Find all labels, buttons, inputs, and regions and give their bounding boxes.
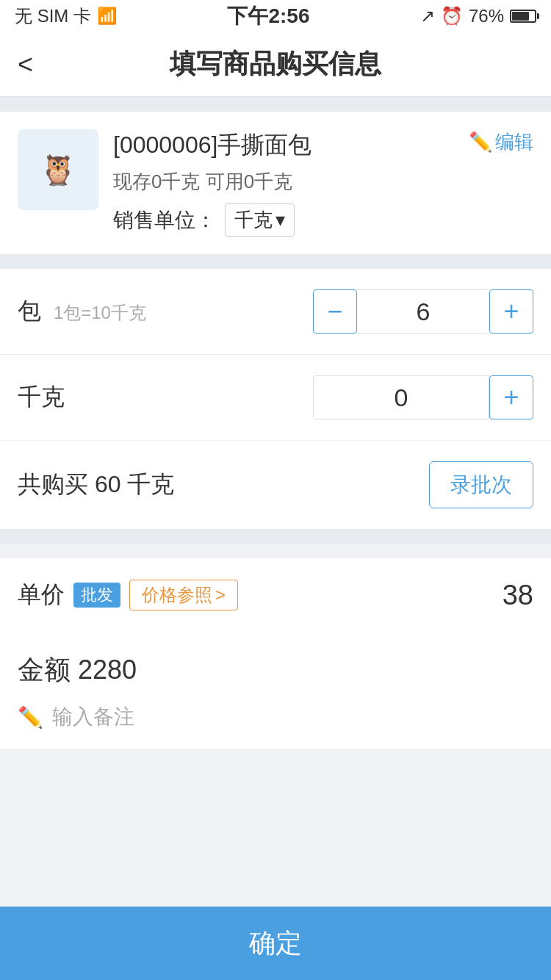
page-title: 填写商品购买信息 (170, 46, 381, 82)
form-section: 包 1包=10千克 − + 千克 + (0, 269, 551, 441)
edit-label: 编辑 (495, 129, 533, 155)
footer-spacer (0, 749, 551, 837)
back-button[interactable]: < (18, 49, 33, 80)
price-reference-button[interactable]: 价格参照 > (129, 580, 238, 610)
amount-value: 2280 (78, 655, 137, 685)
price-ref-arrow-icon: > (215, 585, 226, 605)
price-ref-label: 价格参照 (142, 583, 212, 607)
mid-divider-1 (0, 254, 551, 269)
price-label: 单价 (18, 579, 65, 611)
price-left: 单价 批发 价格参照 > (18, 579, 238, 611)
bag-quantity-control: − + (313, 289, 533, 334)
product-name: [0000006]手撕面包 (113, 129, 311, 162)
form-row-kg: 千克 + (0, 355, 551, 441)
batch-button[interactable]: 录批次 (429, 461, 533, 508)
status-time: 下午2:56 (227, 2, 309, 30)
confirm-button[interactable]: 确定 (249, 926, 302, 962)
product-stock: 现存0千克 可用0千克 (113, 169, 533, 195)
note-icon: ✏️ (18, 705, 43, 729)
status-right: ↗ ⏰ 76% (420, 6, 536, 26)
price-batch-tag: 批发 (73, 583, 120, 608)
price-section: 单价 批发 价格参照 > 38 (0, 558, 551, 632)
product-top-row: [0000006]手撕面包 ✏️ 编辑 (113, 129, 533, 169)
alarm-icon: ⏰ (441, 6, 463, 26)
wifi-icon: 📶 (97, 7, 117, 26)
amount-section: 金额 2280 ✏️ 输入备注 (0, 632, 551, 749)
unit-select[interactable]: 千克 ▾ (225, 203, 295, 237)
confirm-footer[interactable]: 确定 (0, 907, 551, 980)
product-info: [0000006]手撕面包 ✏️ 编辑 现存0千克 可用0千克 销售单位： 千克… (113, 129, 533, 237)
carrier-text: 无 SIM 卡 (15, 4, 91, 28)
top-divider (0, 97, 551, 112)
bag-increment-button[interactable]: + (489, 289, 533, 334)
location-icon: ↗ (420, 6, 435, 26)
kg-increment-button[interactable]: + (489, 375, 533, 419)
price-value: 38 (503, 580, 533, 611)
unit-label: 销售单位： (113, 206, 216, 234)
bag-decrement-button[interactable]: − (313, 289, 357, 334)
note-row[interactable]: ✏️ 输入备注 (18, 703, 533, 731)
summary-text: 共购买 60 千克 (18, 469, 174, 501)
note-placeholder: 输入备注 (52, 703, 134, 731)
bag-quantity-input[interactable] (357, 289, 489, 334)
battery-icon (510, 10, 536, 23)
battery-text: 76% (469, 6, 504, 26)
summary-row: 共购买 60 千克 录批次 (0, 441, 551, 529)
edit-button[interactable]: ✏️ 编辑 (469, 129, 533, 155)
kg-quantity-input[interactable] (313, 375, 489, 419)
dropdown-arrow-icon: ▾ (276, 209, 285, 231)
status-left: 无 SIM 卡 📶 (15, 4, 117, 28)
product-thumbnail: 🦉 (18, 129, 98, 210)
edit-icon: ✏️ (469, 131, 492, 154)
kg-label: 千克 (18, 381, 65, 414)
bag-sub-label: 1包=10千克 (54, 303, 146, 323)
mid-divider-2 (0, 529, 551, 544)
product-unit-row: 销售单位： 千克 ▾ (113, 203, 533, 237)
price-row: 单价 批发 价格参照 > 38 (18, 579, 533, 611)
unit-value: 千克 (234, 207, 273, 233)
kg-quantity-control: + (313, 375, 533, 419)
status-bar: 无 SIM 卡 📶 下午2:56 ↗ ⏰ 76% (0, 0, 551, 32)
amount-text: 金额 2280 (18, 652, 533, 688)
form-row-bag: 包 1包=10千克 − + (0, 269, 551, 355)
bag-label: 包 1包=10千克 (18, 295, 146, 328)
nav-bar: < 填写商品购买信息 (0, 32, 551, 97)
product-card: 🦉 [0000006]手撕面包 ✏️ 编辑 现存0千克 可用0千克 销售单位： … (0, 112, 551, 254)
